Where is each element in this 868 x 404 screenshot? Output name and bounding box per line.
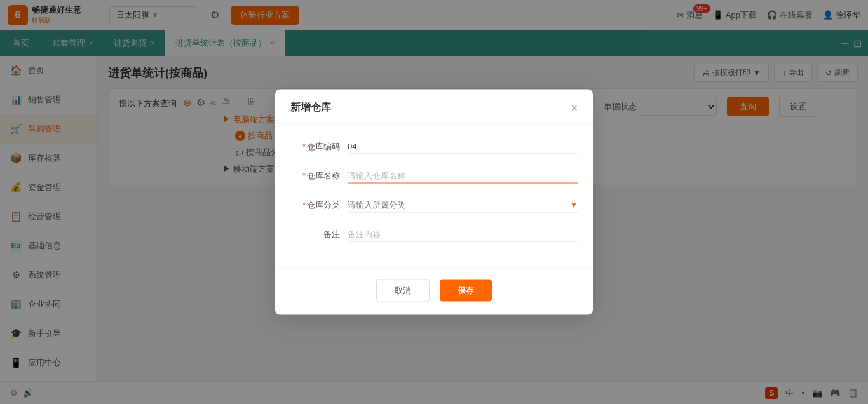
modal-body: 仓库编码 仓库名称 仓库分类 ▼ 备注	[275, 124, 593, 269]
form-row-warehouse-code: 仓库编码	[290, 139, 578, 154]
warehouse-category-select-row[interactable]: ▼	[348, 198, 578, 213]
warehouse-code-input[interactable]	[348, 139, 578, 154]
form-row-warehouse-category: 仓库分类 ▼	[290, 198, 578, 213]
save-button[interactable]: 保存	[440, 280, 492, 302]
category-dropdown-icon: ▼	[570, 200, 578, 209]
remark-label: 备注	[290, 229, 348, 240]
warehouse-category-label: 仓库分类	[290, 199, 348, 211]
modal-title: 新增仓库	[290, 101, 331, 114]
cancel-button[interactable]: 取消	[376, 279, 430, 302]
warehouse-name-input[interactable]	[348, 168, 578, 184]
form-row-remark: 备注	[290, 227, 578, 242]
form-row-warehouse-name: 仓库名称	[290, 168, 578, 184]
modal-header: 新增仓库 ×	[275, 90, 593, 124]
warehouse-code-label: 仓库编码	[290, 141, 348, 152]
modal-footer: 取消 保存	[275, 269, 593, 315]
new-warehouse-modal: 新增仓库 × 仓库编码 仓库名称 仓库分类 ▼ 备注 取消 保存	[275, 90, 593, 315]
warehouse-name-label: 仓库名称	[290, 170, 348, 182]
warehouse-category-input[interactable]	[348, 200, 570, 210]
remark-input[interactable]	[348, 227, 578, 242]
modal-close-button[interactable]: ×	[571, 102, 578, 113]
